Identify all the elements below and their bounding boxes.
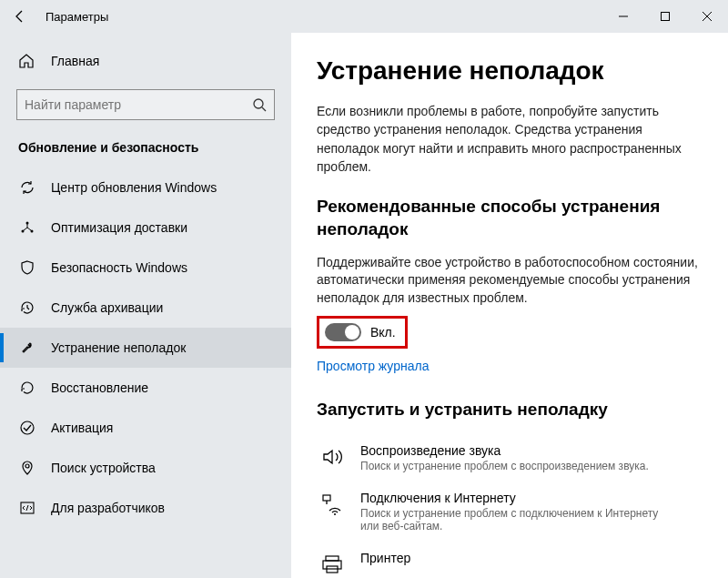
sidebar-item-label: Служба архивации: [51, 300, 163, 315]
svg-line-3: [262, 107, 266, 111]
recovery-icon: [18, 380, 36, 396]
page-title: Устранение неполадок: [317, 56, 706, 86]
svg-point-2: [254, 99, 263, 108]
minimize-icon: [619, 12, 628, 21]
maximize-button[interactable]: [644, 0, 686, 33]
network-icon: [18, 219, 36, 236]
printer-icon: [317, 551, 348, 576]
recommended-paragraph: Поддерживайте свое устройство в работосп…: [317, 254, 699, 308]
sidebar-item-label: Устранение неполадок: [51, 340, 186, 355]
recommended-title: Рекомендованные способы устранения непол…: [317, 196, 699, 240]
window-title: Параметры: [46, 10, 602, 24]
speaker-icon: [317, 443, 348, 469]
home-label: Главная: [51, 54, 99, 68]
sidebar-item-label: Восстановление: [51, 380, 148, 395]
search-icon: [252, 97, 267, 112]
svg-point-7: [21, 421, 34, 434]
sidebar-item-windows-security[interactable]: Безопасность Windows: [0, 248, 291, 288]
highlight-box: Вкл.: [317, 316, 408, 349]
troubleshooter-desc: Поиск и устранение проблем с подключение…: [360, 507, 670, 532]
sidebar-item-recovery[interactable]: Восстановление: [0, 368, 291, 408]
troubleshooter-audio[interactable]: Воспроизведение звука Поиск и устранение…: [317, 434, 706, 482]
sidebar-nav: Центр обновления Windows Оптимизация дос…: [0, 167, 291, 578]
troubleshooter-internet[interactable]: Подключения к Интернету Поиск и устранен…: [317, 482, 706, 542]
svg-rect-10: [323, 495, 330, 501]
svg-rect-13: [323, 561, 341, 569]
sync-icon: [18, 179, 36, 196]
location-icon: [18, 460, 36, 476]
run-troubleshooter-title: Запустить и устранить неполадку: [317, 399, 699, 421]
sidebar-item-label: Для разработчиков: [51, 501, 165, 515]
code-icon: [18, 500, 36, 516]
sidebar-item-label: Центр обновления Windows: [51, 180, 217, 195]
shield-icon: [18, 259, 36, 276]
view-history-link[interactable]: Просмотр журнала: [317, 359, 429, 373]
troubleshooter-label: Принтер: [360, 551, 410, 565]
search-box[interactable]: [16, 89, 275, 120]
svg-point-11: [334, 513, 336, 515]
titlebar: Параметры: [0, 0, 728, 33]
content-area: Устранение неполадок Если возникли пробл…: [291, 33, 728, 578]
sidebar-item-activation[interactable]: Активация: [0, 408, 291, 448]
home-icon: [18, 53, 36, 69]
sidebar-item-label: Безопасность Windows: [51, 260, 187, 275]
wifi-icon: [317, 491, 348, 516]
sidebar-item-troubleshoot[interactable]: Устранение неполадок: [0, 328, 291, 368]
check-icon: [18, 420, 36, 436]
arrow-left-icon: [13, 9, 27, 24]
sidebar-item-label: Оптимизация доставки: [51, 220, 187, 235]
home-button[interactable]: Главная: [0, 46, 291, 76]
toggle-label: Вкл.: [370, 325, 396, 340]
svg-rect-12: [326, 556, 339, 561]
sidebar-item-label: Поиск устройства: [51, 461, 156, 475]
close-icon: [703, 12, 712, 21]
maximize-icon: [661, 12, 670, 21]
sidebar: Главная Обновление и безопасность Центр …: [0, 33, 291, 578]
back-button[interactable]: [0, 0, 40, 33]
troubleshooter-printer[interactable]: Принтер: [317, 542, 706, 578]
recommended-toggle[interactable]: [325, 323, 361, 341]
svg-point-8: [25, 464, 29, 468]
history-icon: [18, 299, 36, 316]
search-input[interactable]: [25, 97, 252, 112]
section-title: Обновление и безопасность: [0, 120, 291, 167]
sidebar-item-delivery-optimization[interactable]: Оптимизация доставки: [0, 208, 291, 248]
troubleshooter-label: Воспроизведение звука: [360, 443, 649, 458]
sidebar-item-find-my-device[interactable]: Поиск устройства: [0, 448, 291, 488]
intro-paragraph: Если возникли проблемы в работе, попробу…: [317, 102, 699, 176]
svg-rect-1: [662, 13, 670, 21]
troubleshooter-desc: Поиск и устранение проблем с воспроизвед…: [360, 460, 649, 472]
close-button[interactable]: [686, 0, 728, 33]
sidebar-item-backup[interactable]: Служба архивации: [0, 288, 291, 328]
toggle-knob: [345, 325, 359, 340]
sidebar-item-windows-update[interactable]: Центр обновления Windows: [0, 167, 291, 208]
sidebar-item-for-developers[interactable]: Для разработчиков: [0, 488, 291, 528]
sidebar-item-label: Активация: [51, 421, 113, 435]
minimize-button[interactable]: [602, 0, 644, 33]
troubleshooter-label: Подключения к Интернету: [360, 491, 670, 505]
wrench-icon: [18, 340, 36, 356]
